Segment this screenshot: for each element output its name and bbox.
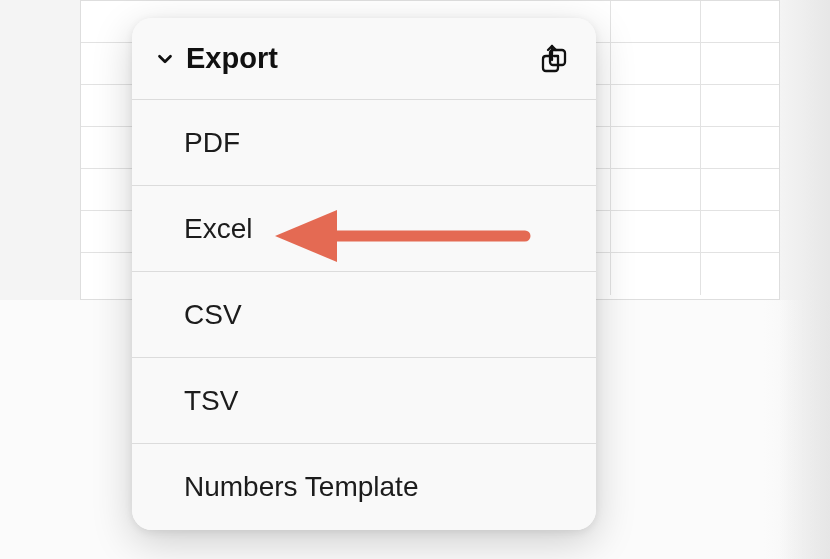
menu-item-label: PDF [184, 127, 240, 159]
menu-item-label: CSV [184, 299, 242, 331]
export-option-pdf[interactable]: PDF [132, 100, 596, 186]
menu-item-label: Numbers Template [184, 471, 418, 503]
export-header[interactable]: Export [132, 18, 596, 100]
export-popover: Export PDF Excel CSV TSV Numbers Templat… [132, 18, 596, 530]
share-icon[interactable] [536, 43, 572, 75]
export-title: Export [180, 42, 536, 75]
menu-item-label: TSV [184, 385, 238, 417]
export-option-tsv[interactable]: TSV [132, 358, 596, 444]
export-option-excel[interactable]: Excel [132, 186, 596, 272]
export-option-csv[interactable]: CSV [132, 272, 596, 358]
export-option-numbers-template[interactable]: Numbers Template [132, 444, 596, 530]
chevron-down-icon [154, 48, 180, 70]
menu-item-label: Excel [184, 213, 252, 245]
